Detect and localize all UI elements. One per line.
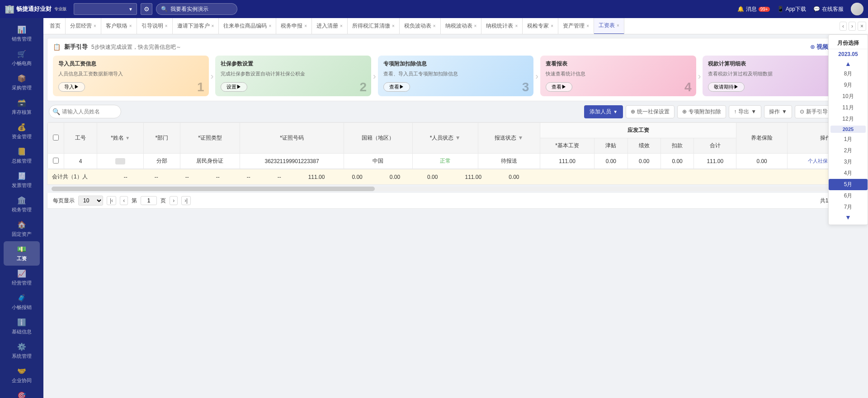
guide-step-1-btn[interactable]: 导入▶	[58, 82, 85, 92]
sidebar: 📊 销售管理 🛒 小畅电商 📦 采购管理 🗃️ 库存核算 💰 资金管理 📒	[0, 18, 43, 398]
sidebar-item-invoice[interactable]: 🧾 发票管理	[4, 168, 40, 192]
tab-layered-ops[interactable]: 分层经营×	[66, 18, 101, 34]
tab-guide-desc[interactable]: 引导说明×	[137, 18, 173, 34]
tab-assets[interactable]: 资产管理×	[558, 18, 594, 34]
tab-product-code[interactable]: 往来单位商品编码×	[219, 18, 276, 34]
tab-close-icon[interactable]: ×	[340, 23, 343, 28]
tab-close-icon[interactable]: ×	[474, 23, 477, 28]
actions-button[interactable]: 操作 ▼	[764, 105, 792, 118]
sidebar-item-funds[interactable]: 💰 资金管理	[4, 119, 40, 144]
sidebar-item-collab[interactable]: 🤝 企业协同	[4, 363, 40, 388]
month-item-6[interactable]: 6月	[829, 190, 868, 201]
settings-icon[interactable]: ⚙	[141, 3, 152, 15]
guide-step-5-btn[interactable]: 敬请期待▶	[708, 82, 745, 92]
sidebar-item-salary[interactable]: 💵 工资	[4, 241, 40, 266]
special-deduction-button[interactable]: ⊕ 专项附加扣除	[677, 105, 726, 118]
personal-insurance-link[interactable]: 个人社保	[808, 158, 828, 164]
month-item-2[interactable]: 2月	[829, 145, 868, 156]
allowance-header: 津贴	[594, 138, 627, 154]
fixed-assets-icon: 🏠	[17, 220, 26, 229]
tab-customer[interactable]: 客户联络×	[101, 18, 137, 34]
tab-close-icon[interactable]: ×	[617, 23, 619, 28]
page-input[interactable]	[141, 196, 157, 205]
tab-tax-burden[interactable]: 税负波动表×	[400, 18, 441, 34]
tab-close-icon[interactable]: ×	[551, 23, 553, 28]
tab-next-button[interactable]: ›	[849, 22, 856, 31]
sidebar-item-operations[interactable]: 📈 经营管理	[4, 266, 40, 290]
row-checkbox-cell	[48, 154, 64, 169]
month-item-3[interactable]: 3月	[829, 156, 868, 168]
select-all-checkbox[interactable]	[53, 135, 59, 140]
tab-salary-table[interactable]: 工资表×	[594, 18, 624, 34]
guide-step-4-btn[interactable]: 查看▶	[546, 82, 572, 92]
tab-close-icon[interactable]: ×	[433, 23, 436, 28]
tab-clearance[interactable]: 进入清册×	[312, 18, 348, 34]
sidebar-item-basic-info[interactable]: ℹ️ 基础信息	[4, 314, 40, 339]
month-item-8[interactable]: 8月	[829, 68, 868, 80]
prev-page-button[interactable]: ‹	[120, 196, 128, 205]
sidebar-item-guide[interactable]: 🎯 新手引导	[4, 388, 40, 398]
tab-tax-stats[interactable]: 纳税统计表×	[481, 18, 523, 34]
row-checkbox[interactable]	[53, 158, 59, 164]
month-item-1[interactable]: 1月	[829, 134, 868, 145]
tab-close-icon[interactable]: ×	[392, 23, 395, 28]
tab-close-icon[interactable]: ×	[212, 23, 214, 28]
month-up-button[interactable]: ▲	[845, 60, 851, 67]
user-avatar[interactable]	[851, 3, 863, 15]
tab-income-tax[interactable]: 所得税汇算清缴×	[348, 18, 400, 34]
guide-icon: 🎯	[17, 391, 26, 398]
message-button[interactable]: 🔔 消息 99+	[737, 5, 770, 13]
sidebar-item-purchase[interactable]: 📦 采购管理	[4, 70, 40, 95]
first-page-button[interactable]: |‹	[107, 196, 116, 205]
sidebar-item-ledger[interactable]: 📒 总账管理	[4, 144, 40, 168]
sidebar-item-system[interactable]: ⚙️ 系统管理	[4, 339, 40, 363]
month-down-button[interactable]: ▼	[845, 214, 851, 221]
month-item-4[interactable]: 4月	[829, 168, 868, 179]
sidebar-item-tax[interactable]: 🏛️ 税务管理	[4, 192, 40, 217]
tab-close-icon[interactable]: ×	[129, 23, 132, 28]
tab-close-icon[interactable]: ×	[269, 23, 271, 28]
month-item-12[interactable]: 12月	[829, 113, 868, 125]
tab-close-all-button[interactable]: ×	[858, 22, 866, 31]
company-selector[interactable]: ▼	[74, 3, 137, 15]
current-year-label: 2023.05	[829, 49, 868, 59]
tab-tax-declare[interactable]: 税务申报×	[276, 18, 312, 34]
month-item-11[interactable]: 11月	[829, 102, 868, 113]
tab-tax-expert[interactable]: 税检专家×	[523, 18, 558, 34]
unified-settings-button[interactable]: ⊕ 统一社保设置	[626, 105, 675, 118]
newbie-guide-button[interactable]: ⊙ 新手引导	[795, 105, 833, 118]
month-selector-title: 月份选择	[829, 37, 868, 49]
guide-step-2-btn[interactable]: 设置▶	[221, 82, 247, 92]
export-button[interactable]: ↑ 导出 ▼	[729, 105, 761, 118]
tab-tax-fluctuation[interactable]: 纳税波动表×	[441, 18, 482, 34]
tab-invite[interactable]: 邀请下游客户×	[173, 18, 219, 34]
sidebar-item-inventory[interactable]: 🗃️ 库存核算	[4, 95, 40, 119]
month-item-7[interactable]: 7月	[829, 201, 868, 213]
guide-video-link[interactable]: ⊙ 视频	[810, 43, 828, 51]
tab-prev-button[interactable]: ‹	[840, 22, 847, 31]
tab-close-icon[interactable]: ×	[94, 23, 96, 28]
tab-close-icon[interactable]: ×	[515, 23, 518, 28]
month-item-9[interactable]: 9月	[829, 80, 868, 91]
month-item-5[interactable]: 5月	[829, 179, 868, 190]
tab-close-icon[interactable]: ×	[586, 23, 589, 28]
next-page-button[interactable]: ›	[170, 196, 178, 205]
last-page-button[interactable]: ›|	[181, 196, 191, 205]
guide-step-3-btn[interactable]: 查看▶	[383, 82, 410, 92]
online-service-button[interactable]: 💬 在线客服	[813, 5, 844, 13]
tab-close-icon[interactable]: ×	[165, 23, 168, 28]
app-download-button[interactable]: 📱 App下载	[777, 5, 806, 13]
horizontal-scrollbar[interactable]	[52, 187, 860, 191]
tab-close-icon[interactable]: ×	[304, 23, 307, 28]
demo-search[interactable]: 🔍 我要看实例演示	[156, 3, 237, 15]
month-item-10[interactable]: 10月	[829, 91, 868, 102]
sidebar-item-reimbursement[interactable]: 🧳 小畅报销	[4, 290, 40, 314]
sidebar-item-ecommerce[interactable]: 🛒 小畅电商	[4, 46, 40, 70]
page-size-select[interactable]: 10 20 50 100	[78, 196, 103, 206]
add-person-button[interactable]: 添加人员 ▼	[584, 105, 623, 118]
scrollbar-thumb[interactable]	[52, 187, 375, 191]
sidebar-item-sales[interactable]: 📊 销售管理	[4, 22, 40, 46]
status-header: *人员状态 ▼	[412, 123, 478, 154]
tab-home[interactable]: 首页	[45, 18, 66, 34]
sidebar-item-fixed-assets[interactable]: 🏠 固定资产	[4, 217, 40, 241]
